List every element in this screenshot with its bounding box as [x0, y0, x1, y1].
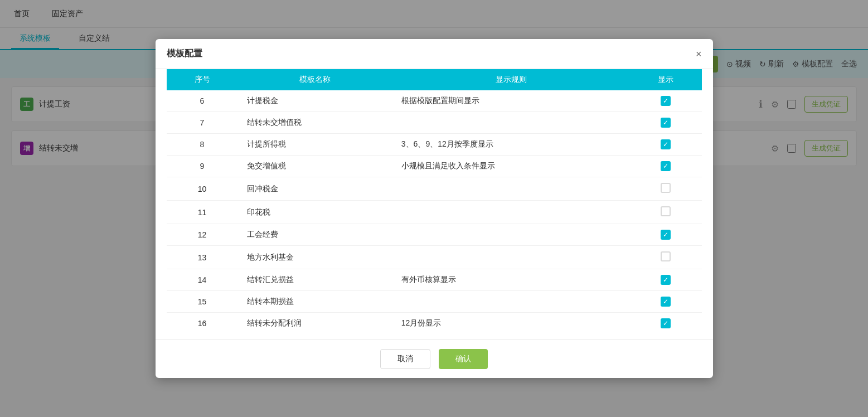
cell-rule [392, 201, 631, 224]
table-row: 8计提所得税3、6、9、12月按季度显示✓ [167, 134, 702, 156]
col-header-show: 显示 [630, 69, 701, 90]
cell-id: 14 [167, 269, 238, 291]
cell-name: 结转本期损益 [238, 291, 392, 313]
cell-rule [392, 224, 631, 246]
modal-close-button[interactable]: × [696, 49, 702, 59]
col-header-rule: 显示规则 [392, 69, 631, 90]
modal-footer: 取消 确认 [156, 340, 713, 378]
checkbox-display[interactable]: ✓ [661, 96, 671, 106]
cell-name: 印花税 [238, 201, 392, 224]
cancel-button[interactable]: 取消 [380, 349, 430, 369]
modal-body: 序号 模板名称 显示规则 显示 6计提税金根据模版配置期间显示✓7结转未交增值税… [156, 69, 713, 340]
checkbox-display[interactable]: ✓ [661, 118, 671, 128]
cell-name: 工会经费 [238, 224, 392, 246]
cell-name: 结转未分配利润 [238, 313, 392, 334]
cell-rule: 有外币核算显示 [392, 269, 631, 291]
checkbox-display[interactable] [661, 183, 671, 193]
cell-id: 6 [167, 90, 238, 112]
col-header-id: 序号 [167, 69, 238, 90]
cell-checkbox: ✓ [630, 156, 701, 177]
background-page: 首页 固定资产 系统模板 自定义结 测算金额 ⊙ 视频 ↻ 刷新 ⚙ 模板配置 … [0, 0, 868, 417]
table-body: 6计提税金根据模版配置期间显示✓7结转未交增值税✓8计提所得税3、6、9、12月… [167, 90, 702, 334]
cell-id: 9 [167, 156, 238, 177]
checkbox-display[interactable]: ✓ [661, 275, 671, 285]
table-row: 7结转未交增值税✓ [167, 112, 702, 134]
cell-checkbox [630, 246, 701, 269]
cell-checkbox: ✓ [630, 90, 701, 112]
table-row: 16结转未分配利润12月份显示✓ [167, 313, 702, 334]
cell-checkbox: ✓ [630, 112, 701, 134]
cell-name: 结转未交增值税 [238, 112, 392, 134]
cell-name: 结转汇兑损益 [238, 269, 392, 291]
config-table: 序号 模板名称 显示规则 显示 6计提税金根据模版配置期间显示✓7结转未交增值税… [167, 69, 702, 334]
cell-rule: 根据模版配置期间显示 [392, 90, 631, 112]
table-row: 9免交增值税小规模且满足收入条件显示✓ [167, 156, 702, 177]
cell-id: 8 [167, 134, 238, 156]
cell-checkbox: ✓ [630, 269, 701, 291]
modal-title: 模板配置 [167, 48, 202, 60]
modal-header: 模板配置 × [156, 39, 713, 69]
col-header-name: 模板名称 [238, 69, 392, 90]
cell-rule: 12月份显示 [392, 313, 631, 334]
table-row: 14结转汇兑损益有外币核算显示✓ [167, 269, 702, 291]
checkbox-display[interactable]: ✓ [661, 297, 671, 307]
cell-name: 计提所得税 [238, 134, 392, 156]
confirm-button[interactable]: 确认 [439, 349, 488, 369]
cell-name: 地方水利基金 [238, 246, 392, 269]
modal-overlay: 模板配置 × 序号 模板名称 显示规则 显示 6计提税金根据模版配置期间 [0, 0, 868, 417]
cell-checkbox: ✓ [630, 224, 701, 246]
modal-template-config: 模板配置 × 序号 模板名称 显示规则 显示 6计提税金根据模版配置期间 [156, 39, 713, 378]
checkbox-display[interactable]: ✓ [661, 161, 671, 171]
cell-id: 15 [167, 291, 238, 313]
cell-id: 10 [167, 177, 238, 201]
cell-checkbox [630, 177, 701, 201]
cell-rule: 3、6、9、12月按季度显示 [392, 134, 631, 156]
cell-rule [392, 291, 631, 313]
cell-checkbox: ✓ [630, 313, 701, 334]
cell-checkbox [630, 201, 701, 224]
cell-id: 13 [167, 246, 238, 269]
cell-id: 7 [167, 112, 238, 134]
table-row: 10回冲税金 [167, 177, 702, 201]
cell-rule [392, 246, 631, 269]
checkbox-display[interactable] [661, 251, 671, 261]
cell-checkbox: ✓ [630, 134, 701, 156]
table-row: 12工会经费✓ [167, 224, 702, 246]
table-row: 6计提税金根据模版配置期间显示✓ [167, 90, 702, 112]
cell-name: 免交增值税 [238, 156, 392, 177]
table-row: 15结转本期损益✓ [167, 291, 702, 313]
cell-rule [392, 112, 631, 134]
checkbox-display[interactable]: ✓ [661, 139, 671, 149]
checkbox-display[interactable]: ✓ [661, 230, 671, 240]
cell-name: 计提税金 [238, 90, 392, 112]
table-row: 13地方水利基金 [167, 246, 702, 269]
cell-id: 11 [167, 201, 238, 224]
checkbox-display[interactable]: ✓ [661, 318, 671, 328]
cell-rule: 小规模且满足收入条件显示 [392, 156, 631, 177]
cell-rule [392, 177, 631, 201]
cell-id: 16 [167, 313, 238, 334]
checkbox-display[interactable] [661, 206, 671, 216]
cell-name: 回冲税金 [238, 177, 392, 201]
cell-checkbox: ✓ [630, 291, 701, 313]
table-header-row: 序号 模板名称 显示规则 显示 [167, 69, 702, 90]
table-row: 11印花税 [167, 201, 702, 224]
cell-id: 12 [167, 224, 238, 246]
